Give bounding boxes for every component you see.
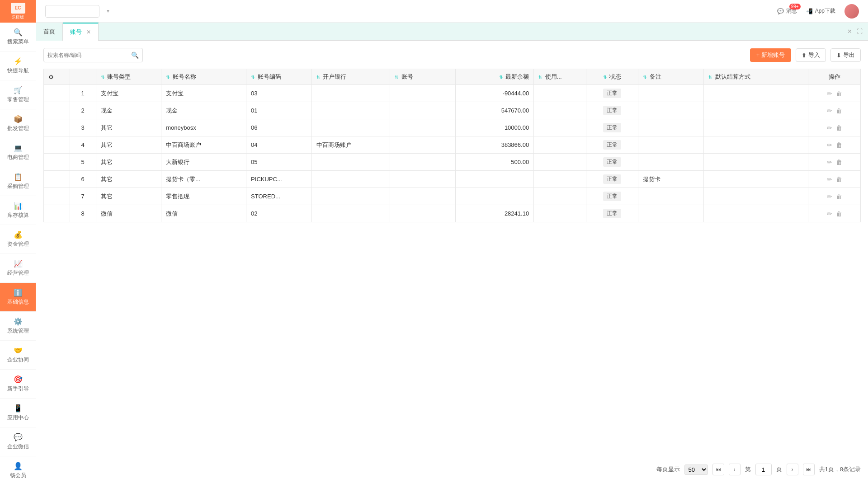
tab-close-icon[interactable]: ✕ (86, 29, 91, 35)
user-avatar[interactable] (844, 4, 859, 19)
edit-icon[interactable]: ✏ (827, 176, 832, 183)
row-status: 正常 (586, 154, 638, 171)
top-search-input[interactable] (45, 5, 99, 18)
logo-icon: EC (11, 3, 25, 14)
row-status: 正常 (586, 85, 638, 102)
sidebar-item-search[interactable]: 🔍 搜索菜单 (0, 23, 36, 52)
sidebar-item-purchase[interactable]: 📋 采购管理 (0, 167, 36, 196)
sidebar-item-label: 企业协同 (7, 356, 29, 364)
tab-account[interactable]: 账号 ✕ (63, 23, 99, 41)
row-use (534, 188, 586, 205)
column-code[interactable]: ⇅ 账号编码 (246, 69, 312, 85)
row-account (390, 171, 456, 188)
row-note (638, 154, 704, 171)
column-name[interactable]: ⇅ 账号名称 (161, 69, 246, 85)
sidebar-item-label: 系统管理 (7, 327, 29, 335)
row-checkbox-cell (44, 136, 70, 154)
per-page-select[interactable]: 50 10 20 100 (684, 465, 708, 475)
export-button[interactable]: ⬇ 导出 (830, 48, 861, 62)
prev-page-button[interactable]: ‹ (729, 464, 741, 475)
column-status[interactable]: ⇅ 状态 (586, 69, 638, 85)
column-balance[interactable]: ⇅ 最新余额 (455, 69, 533, 85)
next-page-button[interactable]: › (787, 464, 798, 475)
wholesale-icon: 📦 (14, 115, 23, 123)
table-row: 4 其它 中百商场账户 04 中百商场账户 383866.00 正常 ✏ 🗑 (44, 136, 861, 154)
sidebar-item-system[interactable]: ⚙️ 系统管理 (0, 312, 36, 341)
messages-button[interactable]: 💬 消息 99+ (777, 7, 797, 15)
tab-fullscreen-controls: ✕ ⛶ (842, 28, 868, 35)
column-settle[interactable]: ⇅ 默认结算方式 (703, 69, 808, 85)
sidebar-item-ecommerce[interactable]: 💻 电商管理 (0, 138, 36, 167)
sidebar-item-wechat[interactable]: 💬 企业微信 (0, 427, 36, 456)
last-page-button[interactable]: ⏭ (803, 464, 815, 475)
row-balance (455, 171, 533, 188)
edit-icon[interactable]: ✏ (827, 124, 832, 131)
row-type: 其它 (96, 188, 161, 205)
app-download-button[interactable]: 📲 App下载 (806, 7, 835, 15)
edit-icon[interactable]: ✏ (827, 107, 832, 114)
delete-icon[interactable]: 🗑 (836, 210, 842, 217)
gear-icon[interactable]: ⚙ (48, 74, 54, 80)
delete-icon[interactable]: 🗑 (836, 159, 842, 166)
guide-icon: 🎯 (14, 375, 23, 384)
delete-icon[interactable]: 🗑 (836, 124, 842, 131)
search-input[interactable] (47, 52, 131, 58)
row-code: 03 (246, 85, 312, 102)
inventory-icon: 📊 (14, 202, 23, 210)
column-account[interactable]: ⇅ 账号 (390, 69, 456, 85)
sidebar-item-guide[interactable]: 🎯 新手引导 (0, 370, 36, 399)
delete-icon[interactable]: 🗑 (836, 90, 842, 97)
edit-icon[interactable]: ✏ (827, 159, 832, 166)
search-icon[interactable]: 🔍 (131, 52, 139, 59)
sidebar-item-finance[interactable]: 💰 资金管理 (0, 225, 36, 254)
column-note[interactable]: ⇅ 备注 (638, 69, 704, 85)
chevron-down-icon[interactable]: ▼ (106, 9, 110, 14)
page-number-input[interactable] (755, 464, 772, 475)
row-use (534, 136, 586, 154)
row-checkbox-cell (44, 171, 70, 188)
column-settings[interactable]: ⚙ (44, 69, 70, 85)
delete-icon[interactable]: 🗑 (836, 176, 842, 183)
column-use[interactable]: ⇅ 使用... (534, 69, 586, 85)
sidebar-item-member[interactable]: 👤 畅会员 (0, 456, 36, 485)
sidebar-item-quicknav[interactable]: ⚡ 快捷导航 (0, 52, 36, 80)
edit-icon[interactable]: ✏ (827, 193, 832, 200)
sidebar-item-inventory[interactable]: 📊 库存核算 (0, 196, 36, 225)
row-use (534, 102, 586, 119)
row-bank (311, 205, 390, 222)
add-account-button[interactable]: + 新增账号 (750, 48, 791, 62)
fullscreen-icon[interactable]: ⛶ (857, 28, 863, 35)
edit-icon[interactable]: ✏ (827, 210, 832, 217)
row-code: PICKUPC... (246, 171, 312, 188)
delete-icon[interactable]: 🗑 (836, 141, 842, 149)
app-download-label: App下载 (815, 7, 835, 15)
column-index (70, 69, 96, 85)
row-name: 提货卡（零... (161, 171, 246, 188)
sidebar-item-label: 资金管理 (7, 240, 29, 248)
delete-icon[interactable]: 🗑 (836, 107, 842, 114)
import-button[interactable]: ⬆ 导入 (796, 48, 826, 62)
sidebar-item-appcenter[interactable]: 📱 应用中心 (0, 399, 36, 427)
delete-icon[interactable]: 🗑 (836, 193, 842, 200)
table-row: 3 其它 moneybosx 06 10000.00 正常 ✏ 🗑 (44, 119, 861, 136)
sidebar-item-operations[interactable]: 📈 经营管理 (0, 254, 36, 283)
sidebar-item-basic[interactable]: ℹ️ 基础信息 (0, 283, 36, 312)
row-index: 2 (70, 102, 96, 119)
close-tab-icon[interactable]: ✕ (847, 28, 852, 35)
sidebar-item-cooperation[interactable]: 🤝 企业协同 (0, 341, 36, 370)
edit-icon[interactable]: ✏ (827, 141, 832, 149)
quicknav-icon: ⚡ (14, 57, 23, 66)
sidebar-item-wholesale[interactable]: 📦 批发管理 (0, 109, 36, 138)
tab-home[interactable]: 首页 (36, 23, 63, 41)
edit-icon[interactable]: ✏ (827, 90, 832, 97)
row-settle (703, 136, 808, 154)
first-page-button[interactable]: ⏮ (712, 464, 724, 475)
column-bank[interactable]: ⇅ 开户银行 (311, 69, 390, 85)
row-use (534, 171, 586, 188)
sidebar-item-retail[interactable]: 🛒 零售管理 (0, 80, 36, 109)
table-row: 7 其它 零售抵现 STORED... 正常 ✏ 🗑 (44, 188, 861, 205)
sidebar-item-label: 快捷导航 (7, 67, 29, 75)
column-type[interactable]: ⇅ 账号类型 (96, 69, 161, 85)
row-balance: 547670.00 (455, 102, 533, 119)
row-checkbox-cell (44, 102, 70, 119)
